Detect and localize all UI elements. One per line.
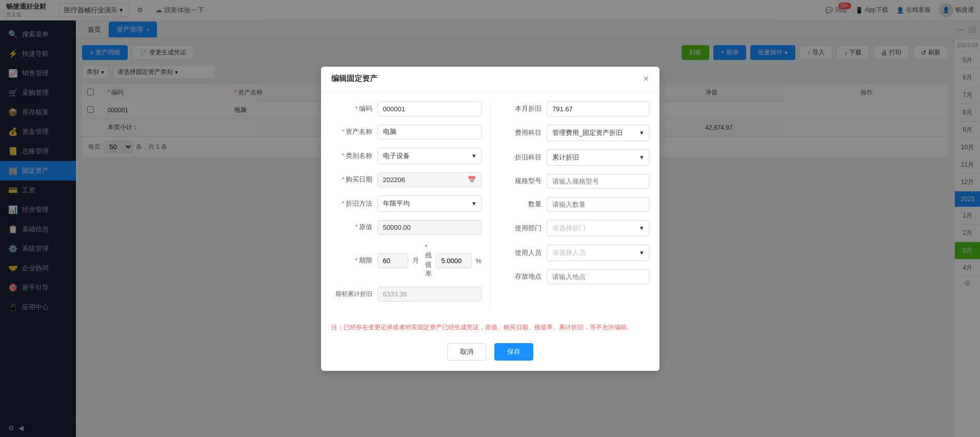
period-group: 月 * 残值率 % — [377, 243, 482, 279]
depreciation-method-select[interactable]: 年限平均 ▾ — [377, 195, 482, 212]
monthly-depreciation-input[interactable] — [547, 102, 649, 116]
form-row-quantity: 数量 — [501, 197, 649, 212]
save-button[interactable]: 保存 — [494, 343, 533, 361]
original-value-input[interactable] — [377, 220, 482, 235]
initial-depreciation-input[interactable] — [377, 287, 482, 302]
form-row-department: 使用部门 请选择部门 ▾ — [501, 220, 649, 236]
location-input[interactable] — [547, 269, 649, 284]
period-label: *期限 — [331, 256, 377, 265]
personnel-placeholder: 请选择人员 — [552, 248, 586, 257]
form-row-spec-model: 规格型号 — [501, 174, 649, 189]
form-row-code: *编码 — [331, 102, 482, 116]
category-select[interactable]: 电子设备 ▾ — [377, 148, 482, 164]
department-chevron: ▾ — [640, 224, 644, 232]
expense-subject-value: 管理费用_固定资产折旧 — [552, 128, 623, 137]
form-row-personnel: 使用人员 请选择人员 ▾ — [501, 245, 649, 261]
personnel-chevron: ▾ — [640, 249, 644, 256]
depreciation-subject-value: 累计折旧 — [552, 153, 579, 162]
asset-name-label: *资产名称 — [331, 127, 377, 136]
category-chevron: ▾ — [472, 152, 476, 160]
method-chevron: ▾ — [472, 200, 476, 207]
department-placeholder: 请选择部门 — [552, 224, 586, 233]
spec-model-input[interactable] — [547, 174, 649, 189]
expense-chevron: ▾ — [640, 129, 644, 136]
quantity-label: 数量 — [501, 200, 547, 209]
form-row-monthly-depreciation: 本月折旧 — [501, 102, 649, 116]
modal-footer: 取消 保存 — [321, 337, 659, 371]
personnel-select[interactable]: 请选择人员 ▾ — [547, 245, 649, 261]
edit-asset-modal: 编辑固定资产 ✕ *编码 *资产名称 — [321, 67, 659, 371]
period-unit-label: 月 — [412, 256, 419, 265]
personnel-label: 使用人员 — [501, 248, 547, 257]
expense-subject-label: 费用科目 — [501, 128, 547, 137]
depreciation-method-label: *折旧方法 — [331, 199, 377, 208]
department-label: 使用部门 — [501, 224, 547, 233]
initial-depreciation-label: 期初累计折旧 — [331, 290, 377, 299]
form-row-depreciation-subject: 折旧科目 累计折旧 ▾ — [501, 149, 649, 166]
residual-unit-label: % — [476, 257, 482, 265]
purchase-date-label: *购买日期 — [331, 175, 377, 184]
form-grid: *编码 *资产名称 *类别名称 电子设备 ▾ — [331, 102, 649, 310]
residual-rate-input[interactable] — [436, 253, 472, 268]
calendar-icon: 📅 — [468, 176, 476, 184]
form-row-period: *期限 月 * 残值率 % — [331, 243, 482, 279]
period-value-input[interactable] — [377, 253, 408, 268]
modal-close-icon[interactable]: ✕ — [643, 74, 649, 84]
location-label: 存放地点 — [501, 272, 547, 281]
depreciation-subject-label: 折旧科目 — [501, 153, 547, 162]
category-value: 电子设备 — [383, 151, 410, 161]
modal-header: 编辑固定资产 ✕ — [321, 67, 659, 91]
residual-rate-label: * 残值率 — [425, 243, 432, 279]
purchase-date-input[interactable]: 202206 📅 — [377, 172, 482, 187]
form-row-location: 存放地点 — [501, 269, 649, 284]
form-row-depreciation-method: *折旧方法 年限平均 ▾ — [331, 195, 482, 212]
modal-note: 注：已经存在变更记录或者对应固定资产已经生成凭证，原值、购买日期、残值率、累计折… — [321, 320, 659, 337]
modal-overlay: 编辑固定资产 ✕ *编码 *资产名称 — [0, 0, 980, 437]
depreciation-subject-select[interactable]: 累计折旧 ▾ — [547, 149, 649, 166]
monthly-dep-label: 本月折旧 — [501, 104, 547, 113]
dep-subject-chevron: ▾ — [640, 153, 644, 161]
quantity-input[interactable] — [547, 197, 649, 212]
form-row-initial-depreciation: 期初累计折旧 — [331, 287, 482, 302]
asset-name-input[interactable] — [377, 125, 482, 140]
code-label: *编码 — [331, 104, 377, 113]
form-row-original-value: *原值 — [331, 220, 482, 235]
code-input[interactable] — [377, 102, 482, 116]
modal-title: 编辑固定资产 — [331, 74, 377, 84]
form-row-category: *类别名称 电子设备 ▾ — [331, 148, 482, 164]
form-row-purchase-date: *购买日期 202206 📅 — [331, 172, 482, 187]
form-row-expense-subject: 费用科目 管理费用_固定资产折旧 ▾ — [501, 125, 649, 141]
purchase-date-value: 202206 — [383, 176, 405, 184]
form-row-asset-name: *资产名称 — [331, 125, 482, 140]
original-value-label: *原值 — [331, 223, 377, 232]
cancel-button[interactable]: 取消 — [447, 343, 486, 361]
modal-body: *编码 *资产名称 *类别名称 电子设备 ▾ — [321, 91, 659, 320]
form-right-col: 本月折旧 费用科目 管理费用_固定资产折旧 ▾ 折旧科目 — [490, 102, 649, 310]
category-label: *类别名称 — [331, 151, 377, 161]
depreciation-method-value: 年限平均 — [383, 199, 410, 208]
spec-model-label: 规格型号 — [501, 176, 547, 186]
department-select[interactable]: 请选择部门 ▾ — [547, 220, 649, 236]
form-left-col: *编码 *资产名称 *类别名称 电子设备 ▾ — [331, 102, 490, 310]
expense-subject-select[interactable]: 管理费用_固定资产折旧 ▾ — [547, 125, 649, 141]
